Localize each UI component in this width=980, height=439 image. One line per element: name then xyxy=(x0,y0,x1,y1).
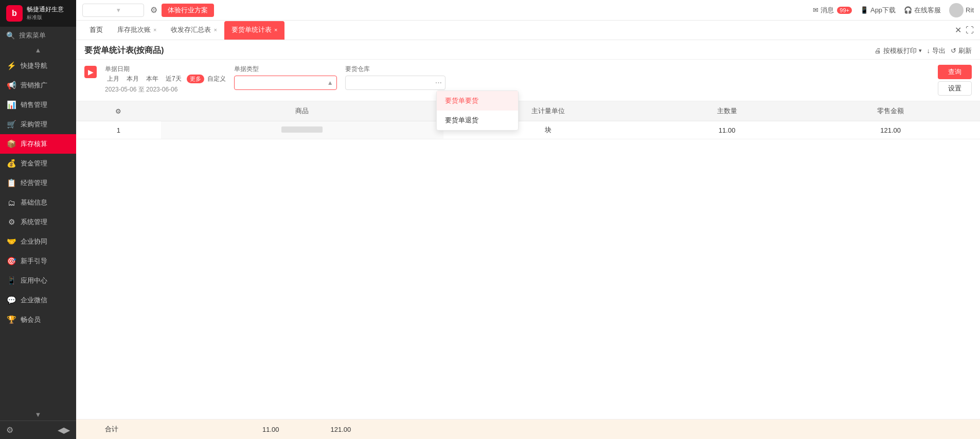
date-shortcuts: 上月 本月 本年 近7天 更多 自定义 xyxy=(105,74,226,84)
page-content: 要货单统计表(按商品) 🖨 按模板打印 ▾ ↓ 导出 ↺ 刷新 ▶ xyxy=(76,40,980,439)
user-name: Rit xyxy=(966,6,974,14)
sidebar-item-wechat[interactable]: 💬 企业微信 xyxy=(0,290,76,310)
marketing-icon: 📢 xyxy=(6,81,16,90)
filter-expand-button[interactable]: ▶ xyxy=(84,66,97,78)
cell-index: 1 xyxy=(76,121,161,139)
date-more-badge[interactable]: 更多 xyxy=(187,75,204,83)
sidebar-item-guide[interactable]: 🎯 新手引导 xyxy=(0,251,76,271)
date-this-month[interactable]: 本月 xyxy=(124,74,141,84)
topbar-input[interactable]: 41 xyxy=(86,7,117,14)
sidebar-item-finance[interactable]: 💰 资金管理 xyxy=(0,154,76,173)
type-dropdown: 要货单要货 要货单退货 xyxy=(436,90,519,131)
sidebar-item-label: 基础信息 xyxy=(21,198,47,207)
wechat-icon: 💬 xyxy=(6,296,16,305)
filter-actions-group: 查询 设置 xyxy=(938,65,972,96)
sidebar-scroll-up[interactable]: ▲ xyxy=(0,44,76,56)
guide-icon: 🎯 xyxy=(6,257,16,266)
sidebar-item-quick-nav[interactable]: ⚡ 快捷导航 xyxy=(0,56,76,76)
tab-close-all-icon[interactable]: ✕ xyxy=(955,25,961,35)
close-icon[interactable]: × xyxy=(274,27,277,33)
enterprise-icon: 🤝 xyxy=(6,237,16,246)
sidebar-item-label: 新手引导 xyxy=(21,257,47,266)
operations-icon: 📋 xyxy=(6,178,16,188)
date-this-year[interactable]: 本年 xyxy=(144,74,161,84)
date-custom[interactable]: 自定义 xyxy=(207,75,226,83)
sidebar-item-label: 应用中心 xyxy=(21,276,47,285)
tab-order-stats-label: 要货单统计表 xyxy=(231,25,272,34)
refresh-button[interactable]: ↺ 刷新 xyxy=(951,46,972,56)
online-service-item[interactable]: 🎧 在线客服 xyxy=(904,6,941,15)
filter-date-group: 单据日期 上月 本月 本年 近7天 更多 自定义 2023-05-06 至 20… xyxy=(105,65,226,94)
brand-sub: 标准版 xyxy=(27,14,64,21)
date-last-month[interactable]: 上月 xyxy=(105,74,121,84)
tabs-bar: 首页 库存批次账 × 收发存汇总表 × 要货单统计表 × ✕ ⛶ xyxy=(76,21,980,40)
sidebar-item-operations[interactable]: 📋 经营管理 xyxy=(0,173,76,193)
refresh-icon: ↺ xyxy=(951,47,956,54)
tab-receivable-summary[interactable]: 收发存汇总表 × xyxy=(164,21,224,40)
filter-warehouse-input-wrap: ··· xyxy=(345,76,446,90)
type-arrow-icon[interactable]: ▲ xyxy=(327,79,333,86)
export-button[interactable]: ↓ 导出 xyxy=(927,46,946,56)
sidebar-item-purchase[interactable]: 🛒 采购管理 xyxy=(0,115,76,134)
page-header: 要货单统计表(按商品) 🖨 按模板打印 ▾ ↓ 导出 ↺ 刷新 xyxy=(76,40,980,60)
sidebar-header: b 畅捷通好生意 标准版 xyxy=(0,0,76,27)
cell-amount: 121.00 xyxy=(801,121,980,139)
sidebar-item-marketing[interactable]: 📢 营销推广 xyxy=(0,76,76,95)
th-amount: 零售金额 xyxy=(801,101,980,121)
sidebar-item-app-center[interactable]: 📱 应用中心 xyxy=(0,271,76,290)
sidebar-item-label: 经营管理 xyxy=(21,178,47,188)
close-icon[interactable]: × xyxy=(213,27,217,33)
tab-inventory-batch[interactable]: 库存批次账 × xyxy=(110,21,164,40)
page-actions: 🖨 按模板打印 ▾ ↓ 导出 ↺ 刷新 xyxy=(875,46,972,56)
promo-button[interactable]: 体验行业方案 xyxy=(162,4,214,17)
th-settings[interactable]: ⚙ xyxy=(76,101,161,121)
sidebar: b 畅捷通好生意 标准版 🔍 搜索菜单 ▲ ⚡ 快捷导航 📢 营销推广 📊 销售… xyxy=(0,0,76,439)
filter-date-label: 单据日期 xyxy=(105,65,226,74)
sidebar-item-sales[interactable]: 📊 销售管理 xyxy=(0,95,76,115)
search-icon: 🔍 xyxy=(6,31,15,40)
user-item[interactable]: Rit xyxy=(949,3,974,17)
topbar-gear-icon[interactable]: ⚙ xyxy=(150,5,157,15)
date-7days[interactable]: 近7天 xyxy=(164,74,184,84)
sidebar-scroll-down[interactable]: ▼ xyxy=(0,409,76,420)
export-icon: ↓ xyxy=(927,47,931,54)
chevron-down-icon[interactable]: ▾ xyxy=(117,6,120,14)
sidebar-item-inventory[interactable]: 📦 库存核算 xyxy=(0,134,76,154)
settings-icon[interactable]: ⚙ xyxy=(6,425,13,435)
sidebar-item-enterprise[interactable]: 🤝 企业协同 xyxy=(0,232,76,251)
sidebar-item-basic-info[interactable]: 🗂 基础信息 xyxy=(0,193,76,212)
tab-home[interactable]: 首页 xyxy=(82,21,110,40)
dropdown-item-return[interactable]: 要货单退货 xyxy=(437,111,518,130)
data-table: ⚙ 商品 主计量单位 主数量 零售金额 1 块 11.00 xyxy=(76,101,980,139)
settings-button[interactable]: 设置 xyxy=(938,81,972,96)
sidebar-item-label: 畅会员 xyxy=(21,315,41,324)
th-product: 商品 xyxy=(161,101,443,121)
print-button[interactable]: 🖨 按模板打印 ▾ xyxy=(875,46,922,56)
collapse-sidebar-icon[interactable]: ◀▶ xyxy=(58,425,70,435)
warehouse-dots-icon[interactable]: ··· xyxy=(435,78,442,87)
filter-type-input[interactable] xyxy=(238,79,327,87)
app-download-item[interactable]: 📱 App下载 xyxy=(860,6,896,15)
quick-nav-icon: ⚡ xyxy=(6,61,16,70)
tab-expand-icon[interactable]: ⛶ xyxy=(966,26,974,35)
close-icon[interactable]: × xyxy=(153,27,156,33)
tab-order-stats[interactable]: 要货单统计表 × xyxy=(224,21,284,40)
refresh-label: 刷新 xyxy=(958,46,972,56)
topbar-left: 41 ▾ ⚙ 体验行业方案 xyxy=(82,4,214,17)
tab-inventory-batch-label: 库存批次账 xyxy=(117,25,151,34)
sales-icon: 📊 xyxy=(6,100,16,109)
message-item[interactable]: ✉ 消息 99+ xyxy=(813,6,852,15)
cell-product xyxy=(161,121,443,139)
chevron-down-icon[interactable]: ▾ xyxy=(919,47,922,54)
main-area: 41 ▾ ⚙ 体验行业方案 ✉ 消息 99+ 📱 App下载 🎧 在线客服 R xyxy=(76,0,980,439)
sidebar-item-vip[interactable]: 🏆 畅会员 xyxy=(0,310,76,330)
sidebar-item-system[interactable]: ⚙ 系统管理 xyxy=(0,212,76,232)
query-button[interactable]: 查询 xyxy=(938,65,972,79)
search-menu[interactable]: 🔍 搜索菜单 xyxy=(0,27,76,44)
print-icon: 🖨 xyxy=(875,47,881,54)
phone-icon: 📱 xyxy=(860,6,868,14)
filter-warehouse-input[interactable] xyxy=(349,79,435,87)
sidebar-item-label: 快捷导航 xyxy=(21,61,47,70)
summary-amount: 121.00 xyxy=(331,426,351,433)
dropdown-item-delivery[interactable]: 要货单要货 xyxy=(437,91,518,111)
